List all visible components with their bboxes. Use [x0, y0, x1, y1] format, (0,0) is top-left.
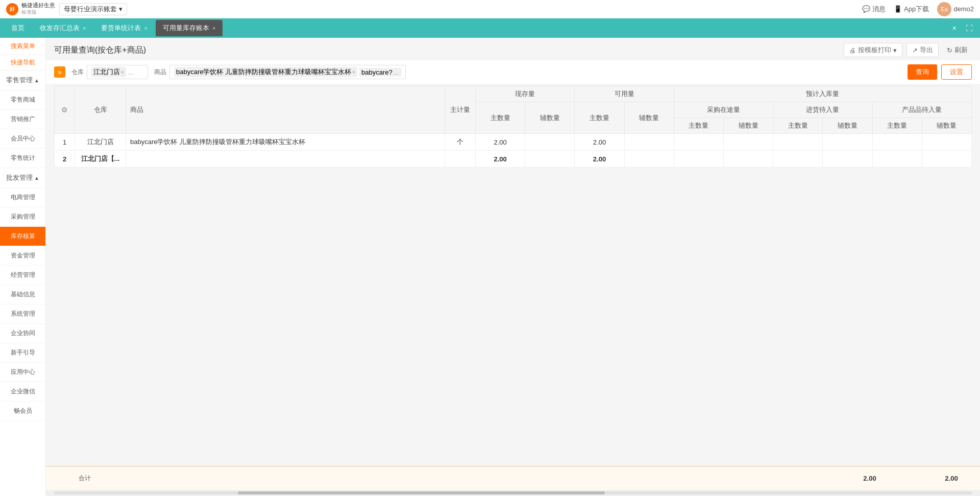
sidebar-item-app-center[interactable]: 应用中心	[0, 363, 45, 382]
setting-btn[interactable]: 设置	[941, 64, 972, 80]
sidebar-item-marketing[interactable]: 营销推广	[0, 110, 45, 129]
cell-inbound-main	[773, 134, 823, 151]
cell-product-aux	[922, 134, 971, 151]
industry-selector[interactable]: 母婴行业演示账套 ▾	[59, 3, 127, 15]
total-stock-main: 2.00	[849, 475, 890, 482]
tab-order-stats-close[interactable]: ×	[144, 25, 147, 31]
total-stock-aux	[890, 475, 931, 482]
sidebar-item-basic-info[interactable]: 基础信息	[0, 285, 45, 304]
cell-stock-aux	[525, 134, 575, 151]
th-purchase-main: 主数量	[674, 118, 723, 134]
subtotal-index: 2	[55, 151, 75, 168]
cell-product: babycare学饮杯 儿童防摔防撞吸管杯重力球吸嘴杯宝宝水杯	[126, 134, 445, 151]
refresh-btn[interactable]: ↻ 刷新	[943, 43, 972, 57]
subtotal-inbound-aux	[823, 151, 872, 168]
tab-home[interactable]: 首页	[4, 20, 32, 36]
message-label: 消息	[872, 5, 886, 14]
export-btn[interactable]: ↗ 导出	[906, 43, 939, 57]
filter-product-value1: babycare学饮杯 儿童防摔防撞吸管杯重力球吸嘴杯宝宝水杯	[176, 67, 351, 77]
filter-toggle-btn[interactable]: »	[54, 66, 65, 78]
sidebar-item-retail-stats[interactable]: 零售统计	[0, 149, 45, 168]
th-warehouse: 仓库	[75, 86, 126, 134]
app-download-btn[interactable]: 📱 App下载	[894, 5, 929, 14]
tab-order-stats-label: 要货单统计表	[101, 23, 141, 33]
sidebar-search[interactable]: 搜索菜单	[0, 38, 45, 55]
filter-product-tag2: babycare? ...	[359, 68, 401, 77]
filter-warehouse-dots[interactable]: ...	[128, 68, 134, 76]
tab-available-stock-close[interactable]: ×	[212, 25, 215, 31]
subtotal-stock-main: 2.00	[476, 151, 525, 168]
sidebar-item-wholesale-label: 批发管理	[6, 173, 33, 182]
cell-warehouse: 江北门店	[75, 134, 126, 151]
filter-product-label: 商品	[154, 68, 166, 77]
print-label: 按模板打印	[858, 45, 891, 55]
nav-right-icons: × ⛶	[949, 23, 976, 33]
scroll-bar[interactable]	[46, 490, 980, 496]
sidebar-item-retail-management[interactable]: 零售管理 ▲	[0, 70, 45, 90]
filter-warehouse-remove[interactable]: ×	[121, 69, 124, 75]
filter-product-tag1: babycare学饮杯 儿童防摔防撞吸管杯重力球吸嘴杯宝宝水杯 ×	[174, 67, 357, 77]
th-planned-in: 预计入库量	[674, 86, 971, 102]
th-stock-aux: 辅数量	[525, 102, 575, 134]
nav-tabs: 首页 收发存汇总表 × 要货单统计表 × 可用量库存账本 × × ⛶	[0, 18, 980, 38]
user-menu[interactable]: Ea demo2	[937, 2, 974, 16]
table-row: 1 江北门店 babycare学饮杯 儿童防摔防撞吸管杯重力球吸嘴杯宝宝水杯 个…	[55, 134, 972, 151]
th-purchase-aux: 辅数量	[723, 118, 773, 134]
logo-sub: 标准版	[21, 9, 55, 16]
sidebar-item-enterprise[interactable]: 企业协同	[0, 324, 45, 343]
subtotal-product-main	[872, 151, 922, 168]
logo-icon: 好	[6, 3, 18, 15]
sidebar-item-wholesale[interactable]: 批发管理 ▲	[0, 168, 45, 188]
sidebar-quick-nav[interactable]: 快捷导航	[0, 55, 45, 70]
subtotal-purchase-aux	[723, 151, 773, 168]
cell-purchase-main	[674, 134, 723, 151]
total-avail-main: 2.00	[931, 475, 972, 482]
sidebar-item-inventory[interactable]: 库存核算	[0, 227, 45, 246]
sidebar-item-retail-mall[interactable]: 零售商城	[0, 90, 45, 110]
industry-label: 母婴行业演示账套	[64, 5, 117, 14]
page-title: 可用量查询(按仓库+商品)	[54, 45, 146, 56]
sidebar-item-member[interactable]: 畅会员	[0, 401, 45, 421]
filter-warehouse-tag: 江北门店 ×	[91, 67, 126, 77]
sidebar-item-wechat[interactable]: 企业微信	[0, 382, 45, 401]
sidebar-item-retail-management-label: 零售管理	[6, 76, 33, 85]
table-container[interactable]: ⚙ 仓库 商品 主计量 现存量 可用量 预计入库量 主数量 辅数量 主数量 辅数…	[46, 86, 980, 466]
print-btn[interactable]: 🖨 按模板打印 ▾	[844, 43, 902, 57]
th-product-aux: 辅数量	[922, 118, 971, 134]
logo-text: 畅捷通好生意	[21, 2, 55, 9]
expand-btn[interactable]: ⛶	[963, 23, 976, 33]
filter-product-remove1[interactable]: ×	[352, 69, 355, 75]
sidebar-item-finance[interactable]: 资金管理	[0, 246, 45, 266]
tab-receivables-close[interactable]: ×	[83, 25, 86, 31]
top-bar: 好 畅捷通好生意 标准版 母婴行业演示账套 ▾ 💬 消息 📱 App下载 Ea …	[0, 0, 980, 18]
sidebar-item-system[interactable]: 系统管理	[0, 304, 45, 324]
th-current-stock: 现存量	[476, 86, 575, 102]
scroll-thumb[interactable]	[238, 491, 605, 494]
filter-warehouse-input[interactable]: 江北门店 × ...	[87, 65, 148, 79]
tab-receivables[interactable]: 收发存汇总表 ×	[33, 20, 93, 36]
subtotal-avail-main: 2.00	[575, 151, 624, 168]
sidebar-item-ecommerce[interactable]: 电商管理	[0, 188, 45, 207]
th-inbound-main: 主数量	[773, 118, 823, 134]
query-btn[interactable]: 查询	[908, 64, 937, 80]
close-all-btn[interactable]: ×	[949, 23, 960, 33]
th-purchase-transit: 采购在途量	[674, 102, 773, 118]
sidebar-item-guide[interactable]: 新手引导	[0, 343, 45, 363]
th-settings[interactable]: ⚙	[55, 86, 75, 134]
subtotal-warehouse: 江北门店【...	[75, 151, 126, 168]
filter-warehouse-value: 江北门店	[93, 67, 120, 77]
filter-product-dots[interactable]: ...	[394, 68, 399, 76]
table-footer: 合计 2.00 2.00	[46, 466, 980, 490]
sidebar-item-operations[interactable]: 经营管理	[0, 266, 45, 285]
sidebar-item-member-center[interactable]: 会员中心	[0, 129, 45, 149]
tab-order-stats[interactable]: 要货单统计表 ×	[94, 20, 154, 36]
filter-product-input[interactable]: babycare学饮杯 儿童防摔防撞吸管杯重力球吸嘴杯宝宝水杯 × babyca…	[169, 65, 406, 79]
export-label: 导出	[920, 45, 933, 55]
message-btn[interactable]: 💬 消息	[862, 5, 886, 14]
avatar: Ea	[937, 2, 951, 16]
th-product-main: 主数量	[872, 118, 922, 134]
cell-stock-main: 2.00	[476, 134, 525, 151]
tab-available-stock[interactable]: 可用量库存账本 ×	[156, 20, 223, 36]
sidebar-item-purchase[interactable]: 采购管理	[0, 207, 45, 227]
main-layout: 搜索菜单 快捷导航 零售管理 ▲ 零售商城 营销推广 会员中心 零售统计 批发管…	[0, 38, 980, 496]
